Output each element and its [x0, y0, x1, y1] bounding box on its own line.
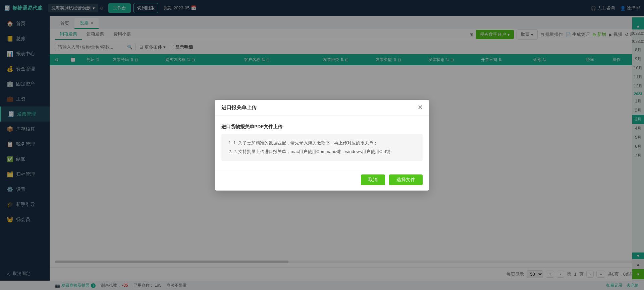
modal-footer: 取消 选择文件: [215, 169, 429, 191]
modal-info-item-1: 1. 为了更加精准的数据匹配，请先录入海关缴款书，再上传对应的报关单；: [233, 139, 417, 147]
modal-section-title: 进口货物报关单PDF文件上传: [221, 124, 423, 130]
modal-body: 进口货物报关单PDF文件上传 1. 为了更加精准的数据匹配，请先录入海关缴款书，…: [215, 116, 429, 169]
modal-info-item-2: 2. 支持批量上传进口报关单，mac用户使用Command键，windows用户…: [233, 147, 417, 156]
modal-info-box: 1. 为了更加精准的数据匹配，请先录入海关缴款书，再上传对应的报关单； 2. 支…: [221, 134, 423, 161]
modal-import-customs: 进口报关单上传 ✕ 进口货物报关单PDF文件上传 1. 为了更加精准的数据匹配，…: [215, 100, 429, 191]
modal-header: 进口报关单上传 ✕: [215, 100, 429, 116]
modal-overlay[interactable]: 进口报关单上传 ✕ 进口货物报关单PDF文件上传 1. 为了更加精准的数据匹配，…: [0, 0, 644, 281]
modal-cancel-button[interactable]: 取消: [361, 174, 385, 185]
modal-select-file-button[interactable]: 选择文件: [389, 174, 423, 185]
modal-close-button[interactable]: ✕: [418, 104, 423, 111]
modal-title: 进口报关单上传: [221, 104, 257, 111]
